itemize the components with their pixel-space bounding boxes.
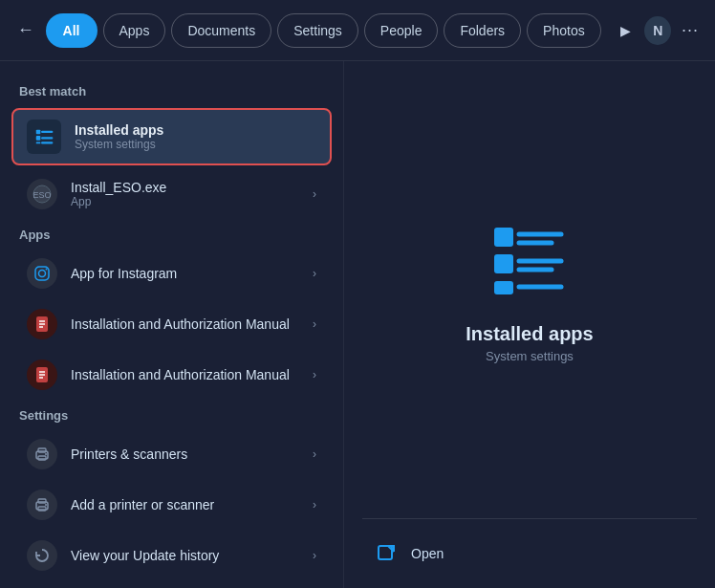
open-label: Open bbox=[411, 546, 444, 561]
svg-rect-1 bbox=[36, 136, 41, 141]
svg-point-9 bbox=[39, 271, 46, 277]
open-action[interactable]: Open bbox=[373, 534, 686, 573]
auth-manual-1-svg-icon bbox=[32, 315, 52, 334]
install-eso-text: Install_ESO.exe App bbox=[71, 180, 299, 208]
right-top: Installed apps System settings bbox=[344, 61, 715, 518]
instagram-text: App for Instagram bbox=[71, 266, 299, 281]
more-button[interactable]: ··· bbox=[677, 16, 704, 45]
app-sub-large: System settings bbox=[486, 349, 574, 363]
add-printer-text: Add a printer or scanner bbox=[71, 497, 299, 512]
install-eso-item[interactable]: ESO Install_ESO.exe App › bbox=[8, 169, 336, 219]
svg-rect-27 bbox=[494, 228, 513, 247]
update-history-icon bbox=[27, 540, 57, 571]
update-history-title: View your Update history bbox=[71, 548, 299, 563]
app-instagram-item[interactable]: App for Instagram › bbox=[8, 249, 336, 298]
best-match-title: Installed apps bbox=[75, 122, 163, 138]
main-layout: Best match Installed apps System setting… bbox=[0, 61, 715, 588]
chevron-right-icon: › bbox=[313, 317, 316, 331]
best-match-section-label: Best match bbox=[0, 76, 343, 104]
more-icon: ··· bbox=[682, 20, 699, 40]
svg-text:ESO: ESO bbox=[32, 190, 51, 200]
tab-all[interactable]: All bbox=[46, 13, 98, 48]
back-icon: ← bbox=[17, 20, 34, 40]
right-bottom: Open bbox=[344, 519, 715, 588]
tab-documents[interactable]: Documents bbox=[171, 13, 271, 48]
auth-manual-1-title: Installation and Authorization Manual bbox=[71, 316, 299, 332]
add-printer-title: Add a printer or scanner bbox=[71, 497, 299, 512]
top-nav: ← All Apps Documents Settings People Fol… bbox=[0, 0, 715, 61]
install-eso-sub: App bbox=[71, 195, 299, 208]
open-icon bbox=[373, 540, 400, 567]
auth-manual-2-svg-icon bbox=[32, 365, 52, 384]
instagram-svg-icon bbox=[32, 264, 52, 283]
app-icon-large bbox=[487, 216, 573, 306]
svg-rect-33 bbox=[494, 281, 513, 294]
tab-folders[interactable]: Folders bbox=[444, 13, 521, 48]
auth-manual-2-title: Installation and Authorization Manual bbox=[71, 367, 299, 382]
printers-item[interactable]: Printers & scanners › bbox=[8, 429, 336, 479]
printers-title: Printers & scanners bbox=[71, 446, 299, 462]
instagram-icon bbox=[27, 258, 57, 289]
update-history-item[interactable]: View your Update history › bbox=[8, 531, 336, 580]
open-svg-icon bbox=[376, 543, 397, 564]
chevron-right-icon: › bbox=[313, 267, 316, 280]
tab-photos[interactable]: Photos bbox=[527, 13, 601, 48]
auth-manual-2-text: Installation and Authorization Manual bbox=[71, 367, 299, 382]
instagram-title: App for Instagram bbox=[71, 266, 299, 281]
best-match-text: Installed apps System settings bbox=[75, 122, 163, 151]
tab-apps[interactable]: Apps bbox=[103, 13, 166, 48]
auth-manual-1-icon bbox=[27, 309, 57, 339]
svg-rect-25 bbox=[38, 507, 46, 511]
svg-point-10 bbox=[46, 269, 48, 271]
tab-settings[interactable]: Settings bbox=[277, 13, 358, 48]
add-printer-icon bbox=[27, 490, 57, 520]
auth-manual-1-item[interactable]: Installation and Authorization Manual › bbox=[8, 299, 336, 349]
installed-apps-svg-icon bbox=[33, 126, 54, 147]
update-history-svg-icon bbox=[32, 546, 52, 565]
svg-rect-24 bbox=[38, 499, 46, 503]
apps-section-label: Apps bbox=[0, 220, 343, 248]
add-printer-svg-icon bbox=[32, 495, 52, 514]
auth-manual-1-text: Installation and Authorization Manual bbox=[71, 316, 299, 332]
chevron-right-icon: › bbox=[313, 447, 316, 461]
best-match-item[interactable]: Installed apps System settings bbox=[11, 108, 332, 165]
user-avatar[interactable]: N bbox=[644, 16, 671, 45]
svg-point-22 bbox=[45, 453, 47, 455]
install-eso-title: Install_ESO.exe bbox=[71, 180, 299, 195]
auth-manual-2-item[interactable]: Installation and Authorization Manual › bbox=[8, 350, 336, 400]
svg-rect-0 bbox=[36, 130, 41, 135]
printers-svg-icon bbox=[32, 445, 52, 464]
play-button[interactable]: ▶ bbox=[613, 16, 639, 45]
auth-manual-2-icon bbox=[27, 359, 57, 390]
svg-rect-2 bbox=[36, 142, 41, 144]
svg-point-26 bbox=[45, 504, 47, 506]
installed-apps-icon bbox=[27, 120, 61, 154]
install-eso-svg-icon: ESO bbox=[32, 185, 52, 204]
svg-rect-20 bbox=[38, 448, 46, 452]
installed-apps-large-svg-icon bbox=[487, 216, 573, 302]
app-title-large: Installed apps bbox=[466, 323, 593, 345]
right-panel: Installed apps System settings Open bbox=[344, 61, 715, 588]
chevron-right-icon: › bbox=[313, 368, 316, 381]
install-eso-icon: ESO bbox=[27, 179, 57, 209]
chevron-right-icon: › bbox=[313, 187, 316, 201]
tab-people[interactable]: People bbox=[364, 13, 439, 48]
svg-rect-30 bbox=[494, 254, 513, 273]
svg-rect-21 bbox=[38, 456, 46, 460]
left-panel: Best match Installed apps System setting… bbox=[0, 61, 344, 588]
best-match-sub: System settings bbox=[75, 138, 163, 151]
settings-section-label: Settings bbox=[0, 401, 343, 428]
chevron-right-icon: › bbox=[313, 549, 316, 562]
printers-icon bbox=[27, 439, 57, 469]
play-icon: ▶ bbox=[620, 23, 631, 38]
add-printer-item[interactable]: Add a printer or scanner › bbox=[8, 480, 336, 530]
chevron-right-icon: › bbox=[313, 498, 316, 512]
update-history-text: View your Update history bbox=[71, 548, 299, 563]
printers-text: Printers & scanners bbox=[71, 446, 299, 462]
back-button[interactable]: ← bbox=[11, 15, 40, 46]
